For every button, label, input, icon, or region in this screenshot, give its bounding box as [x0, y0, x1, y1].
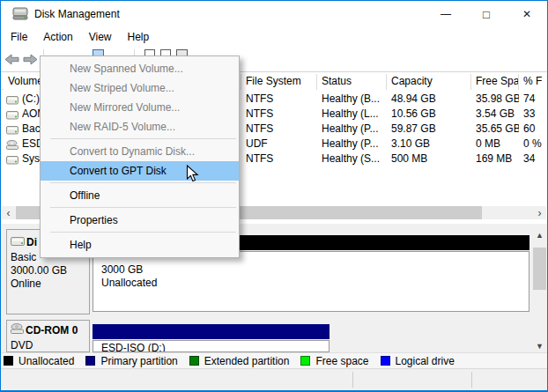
menu-item-new-raid-5-volume: New RAID-5 Volume...: [41, 117, 239, 137]
drive-icon: [6, 94, 19, 107]
cell-status: Healthy (B...: [317, 92, 387, 107]
partition-size-label: 3000 GB: [101, 263, 529, 277]
legend-label: Free space: [315, 355, 368, 367]
cell-file-system: NTFS: [241, 152, 317, 166]
legend-bar: UnallocatedPrimary partitionExtended par…: [1, 352, 547, 368]
cell-percent-free: 60: [519, 122, 548, 137]
statusbar-divider: [352, 372, 353, 388]
cell-status: Healthy (S...: [317, 152, 387, 166]
cell-status: Healthy (P...: [317, 122, 387, 137]
cell-percent-free: 34: [519, 152, 548, 166]
menu-help[interactable]: Help: [120, 29, 158, 45]
menu-separator: [50, 138, 236, 139]
menu-view[interactable]: View: [81, 29, 120, 45]
menu-file[interactable]: File: [3, 29, 35, 45]
maximize-button[interactable]: □: [466, 1, 507, 27]
disk-name: Di: [26, 236, 37, 249]
cell-percent-free: 0 %: [519, 137, 548, 152]
menu-bar: File Action View Help: [1, 27, 547, 47]
partition-status-label: Unallocated: [101, 277, 529, 290]
menu-item-new-spanned-volume: New Spanned Volume...: [41, 59, 239, 78]
primary-partition-color-strip: [93, 324, 330, 339]
forward-icon[interactable]: [23, 54, 38, 68]
window-title: Disk Management: [34, 8, 120, 20]
cell-percent-free: 74: [519, 92, 548, 107]
menu-separator: [50, 232, 236, 233]
menu-separator: [50, 207, 236, 208]
legend-label: Extended partition: [204, 355, 290, 367]
drive-icon: [6, 124, 19, 137]
menu-item-convert-to-dynamic-disk: Convert to Dynamic Disk...: [41, 142, 239, 161]
unallocated-partition-box[interactable]: 3000 GB Unallocated: [93, 251, 529, 312]
cell-capacity: 59.87 GB: [387, 122, 471, 137]
mouse-cursor-icon: [186, 165, 199, 186]
minimize-button[interactable]: —: [426, 1, 466, 27]
legend-item: Extended partition: [189, 355, 290, 367]
cell-file-system: NTFS: [241, 122, 317, 137]
column-header-f[interactable]: % F: [519, 74, 548, 90]
legend-item: Primary partition: [85, 355, 177, 367]
scroll-down-icon[interactable]: ▼: [533, 340, 546, 352]
cell-capacity: 500 MB: [387, 152, 471, 166]
legend-swatch-logical-drive: [381, 356, 390, 366]
cdrom-name: CD-ROM 0: [26, 324, 78, 337]
column-header-file-system[interactable]: File System: [241, 74, 317, 90]
menu-action[interactable]: Action: [35, 29, 80, 45]
legend-swatch-primary-partition: [85, 356, 95, 366]
menu-item-properties[interactable]: Properties: [41, 211, 239, 230]
cell-free-space: 35.65 GB: [471, 122, 519, 137]
cell-percent-free: 33: [519, 107, 548, 122]
legend-item: Free space: [300, 355, 368, 367]
disk-icon: [11, 235, 25, 249]
disk-context-menu: New Spanned Volume...New Striped Volume.…: [40, 55, 240, 258]
title-bar: Disk Management — □ ✕: [1, 1, 547, 27]
cdrom-partition-box[interactable]: ESD-ISO (D:): [93, 340, 330, 352]
legend-swatch-extended-partition: [189, 356, 199, 366]
disk-status: Online: [11, 277, 87, 291]
cell-free-space: 169 MB: [471, 152, 519, 166]
cell-file-system: UDF: [241, 137, 317, 152]
back-icon[interactable]: [4, 54, 19, 68]
column-header-status[interactable]: Status: [317, 74, 387, 90]
cell-file-system: NTFS: [241, 92, 317, 107]
cdrom-volume-label: ESD-ISO (D:): [101, 342, 329, 352]
menu-item-help[interactable]: Help: [41, 235, 239, 255]
scroll-up-icon[interactable]: ▲: [533, 229, 546, 241]
legend-label: Logical drive: [396, 355, 455, 367]
legend-item: Logical drive: [381, 355, 455, 367]
cd-icon: [6, 139, 19, 152]
column-header-capacity[interactable]: Capacity: [387, 74, 471, 90]
menu-item-new-striped-volume: New Striped Volume...: [41, 78, 239, 98]
scroll-left-icon[interactable]: ‹: [2, 206, 15, 219]
cell-free-space: 3.54 GB: [471, 107, 519, 122]
legend-swatch-unallocated: [4, 356, 13, 366]
cell-free-space: 0 MB: [471, 137, 519, 152]
legend-item: Unallocated: [4, 355, 74, 367]
menu-item-new-mirrored-volume: New Mirrored Volume...: [41, 98, 239, 117]
cell-capacity: 3.10 GB: [387, 137, 471, 152]
scroll-right-icon[interactable]: ›: [533, 206, 546, 219]
cell-file-system: NTFS: [241, 107, 317, 122]
status-bar: [1, 368, 547, 390]
statusbar-divider: [471, 372, 472, 388]
cell-status: Healthy (L...: [317, 107, 387, 122]
cdrom-icon: [11, 323, 24, 337]
cell-status: Healthy (P...: [317, 137, 387, 152]
cdrom-header-panel[interactable]: CD-ROM 0 DVD: [6, 320, 90, 352]
column-header-free-spa[interactable]: Free Spa...: [471, 74, 519, 90]
legend-swatch-free-space: [300, 356, 310, 366]
disk-management-window: Disk Management — □ ✕ File Action View H…: [0, 0, 548, 392]
close-button[interactable]: ✕: [507, 1, 547, 27]
cell-capacity: 48.94 GB: [387, 92, 471, 107]
drive-icon: [6, 109, 19, 122]
legend-label: Primary partition: [100, 355, 177, 367]
disk-management-app-icon: [12, 7, 28, 23]
legend-label: Unallocated: [19, 355, 74, 367]
scrollbar-thumb[interactable]: [533, 248, 546, 290]
cdrom-type: DVD: [11, 339, 87, 352]
vertical-scrollbar[interactable]: ▲ ▼: [533, 229, 546, 352]
menu-separator: [50, 182, 236, 183]
menu-item-offline[interactable]: Offline: [41, 186, 239, 205]
menu-item-convert-to-gpt-disk[interactable]: Convert to GPT Disk: [41, 161, 239, 181]
cell-free-space: 35.98 GB: [471, 92, 519, 107]
